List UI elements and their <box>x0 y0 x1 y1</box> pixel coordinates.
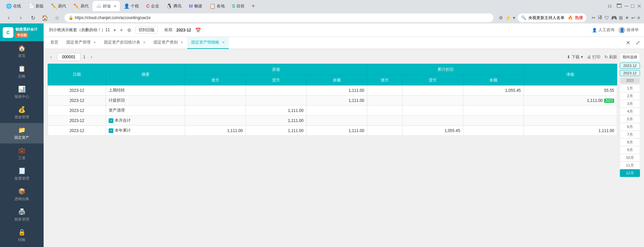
close-detail-tab[interactable]: ✕ <box>222 41 225 44</box>
period-month-9月[interactable]: 9月 <box>620 146 640 154</box>
home-button[interactable]: 🏠 <box>40 13 50 22</box>
print-btn[interactable]: 🖨 打印 <box>587 54 600 60</box>
tab-好会[interactable]: ☁️ 好会 ✕ <box>93 1 120 11</box>
bookmark-button[interactable]: ☆ <box>52 13 62 22</box>
scissors-icon[interactable]: ✂ <box>592 15 596 20</box>
cell-net-value: 1,111.002023 <box>524 96 617 106</box>
cell-orig-balance: 1,111.00 <box>306 85 367 96</box>
tab-新版[interactable]: 📄 新版 <box>25 1 47 11</box>
sidebar-item-closing[interactable]: 🔒 结账 <box>0 225 44 246</box>
period-month-12月[interactable]: 12月 <box>620 169 640 177</box>
brightness-icon[interactable]: ☀ <box>625 15 629 20</box>
table-row: 2023-12 上期结转 1,111.00 1,055.45 55.55 <box>48 85 617 96</box>
refresh-btn[interactable]: ↻ 刷新 <box>604 54 617 60</box>
calendar-icon[interactable]: 📅 <box>195 27 201 33</box>
settings-small-icon[interactable]: ⚙ <box>127 27 131 33</box>
cell-date: 2023-12 <box>48 96 106 106</box>
page-id-input[interactable] <box>57 53 80 61</box>
shield-icon[interactable]: 🛡 <box>604 15 609 20</box>
period-month-1月[interactable]: 1月 <box>620 84 640 92</box>
new-tab-button[interactable]: + <box>249 1 258 11</box>
tab-易代-1[interactable]: ✏️ 易代 <box>48 1 69 11</box>
user-profile[interactable]: 👤 徐译华 <box>619 27 639 34</box>
next-page-btn[interactable]: › <box>88 54 95 60</box>
sidebar-item-home[interactable]: 🏠 首页 <box>0 41 44 62</box>
period-month-2月[interactable]: 2月 <box>620 92 640 100</box>
close-window-icon[interactable]: ✕ <box>637 3 641 9</box>
address-input[interactable]: 🔒 https://cloud.chanjet.com/accounting/u… <box>64 13 493 22</box>
close-depreciation-tab[interactable]: ✕ <box>143 41 146 44</box>
page-tab-asset-category[interactable]: 固定资产类别 ✕ <box>150 37 187 49</box>
cell-accum-debit <box>367 96 402 106</box>
left-panel: ‹ 1 › ⬇ 下载 ▾ 🖨 打印 <box>48 53 617 243</box>
sidebar-item-payroll[interactable]: 💼 工资 <box>0 143 44 164</box>
sidebar-item-cash[interactable]: 💰 资金管理 <box>0 103 44 123</box>
tab-企业[interactable]: C 企业 <box>143 1 162 11</box>
forward-button[interactable]: › <box>16 13 25 22</box>
sidebar-item-tax[interactable]: 🖨️ 税务管理 <box>0 205 44 225</box>
period-month-7月[interactable]: 7月 <box>620 131 640 138</box>
cell-net-value: 1,111.00 <box>524 126 617 136</box>
tab-在线[interactable]: 🌐 在线 <box>3 1 24 11</box>
download-dropdown[interactable]: ▾ <box>581 55 583 59</box>
close-asset-management-tab[interactable]: ✕ <box>93 41 96 44</box>
restore-icon[interactable]: 🗔 <box>616 3 622 9</box>
cell-date: 2023-12 <box>48 85 106 96</box>
maximize-icon[interactable]: □ <box>631 3 634 9</box>
period-month-5月[interactable]: 5月 <box>620 115 640 123</box>
flash-icon[interactable]: ⚡ <box>505 15 511 20</box>
sidebar-item-invoice[interactable]: 🧾 发票管理 <box>0 164 44 184</box>
expand-tab-btn[interactable]: ⤢ <box>634 38 641 47</box>
game-icon[interactable]: 🎮 <box>611 15 617 20</box>
translate-icon[interactable]: 译 <box>598 15 602 21</box>
page-tab-depreciation-stats[interactable]: 固定资产折旧统计表 ✕ <box>100 37 150 49</box>
dropdown-arrow[interactable]: ▾ <box>513 15 515 20</box>
period-month-11月[interactable]: 11月 <box>620 162 640 169</box>
tab-腾讯[interactable]: 🐧 腾讯 <box>163 1 185 11</box>
grid-icon[interactable]: ⊞ <box>619 15 623 20</box>
sidebar-item-general-ledger[interactable]: 📋 总账 <box>0 62 44 82</box>
customer-service-btn[interactable]: 👤 人工咨询 <box>592 27 614 33</box>
tab-count-badge: 11 <box>606 4 614 8</box>
extensions-icon[interactable]: ⚙ <box>499 15 503 20</box>
table-row: 2023-12 资产清理 1,111.00 <box>48 106 617 116</box>
prev-page-btn[interactable]: ‹ <box>48 54 54 60</box>
page-tab-home[interactable]: 首页 <box>46 37 62 49</box>
col-accum-credit: 贷方 <box>402 75 463 85</box>
page-tab-asset-management[interactable]: 固定资产管理 ✕ <box>62 37 100 49</box>
minimize-icon[interactable]: ─ <box>625 3 628 9</box>
reload-button[interactable]: ↻ <box>28 13 38 22</box>
page-tab-nav: 首页 固定资产管理 ✕ 固定资产折旧统计表 ✕ 固定资产类别 ✕ 固定资产明细账… <box>44 37 644 49</box>
page-tab-asset-detail[interactable]: 固定资产明细账 ✕ <box>187 37 229 49</box>
switch-to-old-btn[interactable]: 切到旧版 <box>136 26 158 34</box>
tab-目前[interactable]: S 目前 <box>229 1 248 11</box>
sidebar-item-archive[interactable]: 📂 归档管理 <box>0 246 44 247</box>
download-btn[interactable]: ⬇ 下载 ▾ <box>567 54 583 60</box>
cell-orig-balance <box>306 106 367 116</box>
period-month-10月[interactable]: 10月 <box>620 154 640 162</box>
tab-close-好会[interactable]: ✕ <box>114 4 116 8</box>
close-tab-btn[interactable]: ✕ <box>625 38 632 47</box>
period-month-3月[interactable]: 3月 <box>620 100 640 108</box>
add-account-btn[interactable]: + <box>120 27 123 33</box>
tab-个税[interactable]: 👤 个税 <box>120 1 142 11</box>
close-category-tab[interactable]: ✕ <box>180 41 183 44</box>
tab-畅捷[interactable]: M 畅捷 <box>185 1 206 11</box>
browser-search-box[interactable]: 🔍 央视更新主持人名单 🔥 热搜 <box>518 13 586 22</box>
tab-各地[interactable]: 📋 各地 <box>206 1 228 11</box>
period-month-8月[interactable]: 8月 <box>620 138 640 146</box>
period-month-4月[interactable]: 4月 <box>620 108 640 115</box>
browser-chrome: 🌐 在线 📄 新版 ✏️ 易代 ✏️ 易代 ☁️ 好会 ✕ 👤 个税 C 企业 <box>0 0 644 23</box>
tab-易代-2[interactable]: ✏️ 易代 <box>70 1 92 11</box>
sidebar-item-purchase-sales[interactable]: 📦 进销台账 <box>0 184 44 205</box>
cell-orig-credit: 1,111.00 <box>246 126 306 136</box>
sidebar-item-fixed-assets[interactable]: 📁 固定资产 <box>0 123 44 143</box>
account-dropdown[interactable]: ▾ <box>114 28 116 33</box>
cell-accum-debit <box>367 85 402 96</box>
history-icon[interactable]: ↩ <box>631 15 635 20</box>
back-button[interactable]: ‹ <box>4 13 13 22</box>
cell-accum-credit: 1,055.45 <box>402 126 463 136</box>
sidebar-item-reports[interactable]: 📊 报表中心 <box>0 82 44 103</box>
menu-icon[interactable]: ≡ <box>637 15 640 20</box>
period-month-6月[interactable]: 6月 <box>620 123 640 131</box>
